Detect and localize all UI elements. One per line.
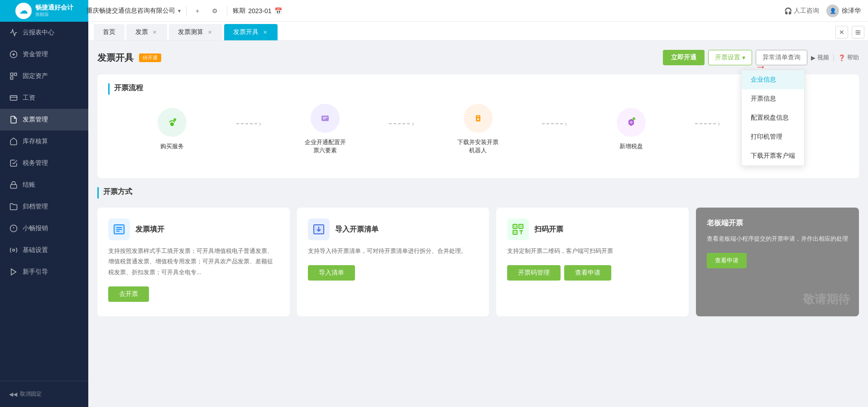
main-layout: 云报表中心 资金管理 固定资产 工资 [0,22,868,407]
svg-rect-6 [10,96,17,101]
boss-apply-btn[interactable]: 查看申请 [707,253,747,268]
company-selector[interactable]: 重庆畅捷交通信息咨询有限公司 ▾ [86,7,181,15]
svg-rect-49 [514,225,516,228]
gudingzichan-icon [9,72,18,81]
add-button[interactable]: + [192,5,203,16]
tab-fapiaokaiyu-label: 发票开具 [233,28,259,36]
sidebar-bottom: ◀◀ 取消固定 [0,381,88,407]
sidebar-item-label: 固定资产 [23,72,48,80]
user-menu[interactable]: 👤 徐泽华 [826,5,861,17]
scan-apply-btn[interactable]: 查看申请 [564,265,611,281]
flow-step-config-icon [311,104,340,133]
svg-marker-13 [11,269,16,275]
close-tab-button[interactable]: ✕ [835,26,848,39]
headset-icon: 🎧 [784,7,792,15]
sidebar-item-yunbao[interactable]: 云报表中心 [0,22,88,44]
expand-button[interactable]: ⊞ [852,26,864,39]
activate-button[interactable]: 立即开通 [663,50,705,65]
boss-end-btns: 查看申请 [707,253,848,268]
guidang-icon [9,202,18,211]
svg-rect-21 [321,116,329,121]
page-header: 发票开具 待开通 立即开通 开票设置 ▾ 异常清单查询 ▶ 视频 | ❓ [97,50,859,65]
tab-fapiao-label: 发票 [135,28,148,36]
fill-invoice-icon [108,218,130,240]
collapse-label: 取消固定 [20,390,42,398]
dropdown-item-peizhi[interactable]: 配置税盘信息 [742,108,804,127]
methods-section: 开票方式 [97,187,859,316]
help-label: 帮助 [847,53,859,62]
import-invoice-btn[interactable]: 导入清单 [308,265,355,281]
sidebar-item-label: 发票管理 [23,116,48,124]
sidebar-item-guidang[interactable]: 归档管理 [0,196,88,218]
settings-button[interactable]: ⚙ [208,5,221,16]
sidebar-item-xinshou[interactable]: 新手引导 [0,261,88,283]
svg-rect-5 [10,77,13,79]
dropdown-item-xiazai[interactable]: 下载开票客户端 [742,146,804,165]
sidebar-item-fapiao[interactable]: 发票管理 [0,109,88,131]
dropdown-item-qiye[interactable]: 企业信息 [742,70,804,89]
flow-arrow-4: › [695,120,720,139]
tab-fapiaokaiyu[interactable]: 发票开具 ✕ [224,24,278,40]
tab-fapiao[interactable]: 发票 ✕ [126,24,167,40]
logo-subtitle: 旗舰版 [35,11,73,18]
flow-divider-3 [542,123,565,124]
page-content: 发票开具 待开通 立即开通 开票设置 ▾ 异常清单查询 ▶ 视频 | ❓ [88,41,868,407]
flow-steps: + 购买服务 › [108,104,848,155]
settings-btn-label: 开票设置 [715,53,740,62]
kucun-icon [9,137,18,146]
chevron-down-icon: ▾ [178,8,181,14]
flow-step-disk-label: 新增税盘 [619,142,643,150]
dropdown-item-kaipiao[interactable]: 开票信息 [742,89,804,108]
fill-invoice-btn[interactable]: 去开票 [108,286,149,302]
company-name: 重庆畅捷交通信息咨询有限公司 [86,7,175,15]
sidebar-item-label: 工资 [23,94,35,102]
tab-home-label: 首页 [103,28,115,36]
collapse-fixed-button[interactable]: ◀◀ 取消固定 [9,387,79,402]
svg-text:+: + [173,118,175,121]
flow-arrow-3: › [542,120,567,139]
flow-divider-4 [695,123,718,124]
settings-dropdown: → 企业信息 开票信息 配置税盘信息 打印机管理 下载开票客户端 [741,70,805,166]
period-display: 账期 2023-01 📅 [233,7,282,15]
sidebar-item-gongzi[interactable]: 工资 [0,87,88,109]
sidebar-item-kucun[interactable]: 库存核算 [0,131,88,152]
sidebar-item-zijin[interactable]: 资金管理 [0,44,88,65]
tab-fapiaocesuan[interactable]: 发票测算 ✕ [169,24,222,40]
sidebar-item-gudingzichan[interactable]: 固定资产 [0,65,88,87]
fill-invoice-desc: 支持按照发票样式手工填开发票；可开具增值税电子普通发票、增值税普通发票、增值税专… [108,246,279,277]
svg-rect-51 [514,231,516,233]
sidebar-item-jiezhang[interactable]: 结账 [0,174,88,196]
tab-fapiaokaiyu-close[interactable]: ✕ [261,29,269,36]
scan-qrcode-btn[interactable]: 开票码管理 [507,265,561,281]
fill-invoice-title: 发票填开 [135,225,164,234]
calendar-icon[interactable]: 📅 [274,7,282,15]
sidebar-item-label: 基础设置 [23,246,48,254]
tab-fapiao-close[interactable]: ✕ [151,29,158,36]
service-button[interactable]: 🎧 人工咨询 [784,7,819,15]
app-header: ☁ 畅捷通好会计 旗舰版 重庆畅捷交通信息咨询有限公司 ▾ + ⚙ 账期 202… [0,0,868,22]
tab-fapiaocesuan-close[interactable]: ✕ [206,29,213,36]
jichu-icon [9,246,18,255]
invoice-methods: 发票填开 支持按照发票样式手工填开发票；可开具增值税电子普通发票、增值税普通发票… [97,208,859,316]
tab-bar: 首页 发票 ✕ 发票测算 ✕ 发票开具 ✕ ✕ ⊞ [88,22,868,41]
service-label: 人工咨询 [794,7,819,15]
sidebar-item-label: 税务管理 [23,159,48,167]
gongzi-icon [9,93,18,102]
sidebar-item-jichu[interactable]: 基础设置 [0,239,88,261]
flow-step-disk: + 新增税盘 [567,108,695,150]
flow-step-download: 下载并安装开票机器人 [414,104,542,155]
dropdown-item-dayinji[interactable]: 打印机管理 [742,127,804,146]
settings-button[interactable]: 开票设置 ▾ [708,50,752,65]
logo-text-area: 畅捷通好会计 旗舰版 [35,4,73,18]
video-button[interactable]: ▶ 视频 [811,53,829,62]
sidebar-item-xiaochang[interactable]: 小畅报销 [0,218,88,239]
boss-end-desc: 查看老板端小程序提交的开票申请，并作出相应的处理 [707,233,848,244]
red-arrow-icon: → [755,60,766,73]
tab-home[interactable]: 首页 [94,24,125,40]
scan-invoice-desc: 支持定制开票二维码，客户端可扫码开票 [507,246,678,256]
sidebar-item-shuiwu[interactable]: 税务管理 [0,152,88,174]
method-card-import: 导入开票清单 支持导入待开票清单，可对待开票清单进行拆分、合并处理。 导入清单 [297,208,489,316]
jiezhang-icon [9,180,18,189]
header-divider-2 [227,6,227,15]
help-button[interactable]: ❓ 帮助 [838,53,859,62]
